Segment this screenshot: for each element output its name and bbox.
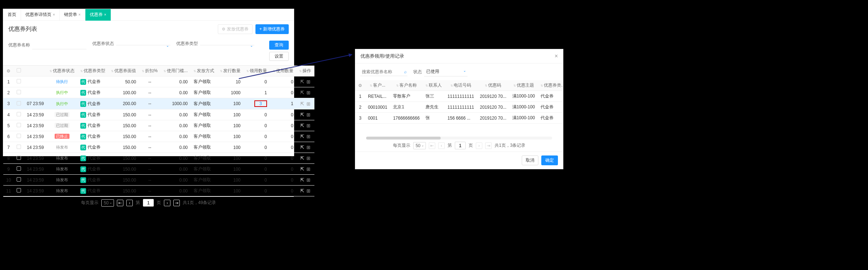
column-header[interactable]: ⇅客户... [365,80,390,91]
table-row[interactable]: 8 14 23:59 待发布 代代金券 150.00 -- 0.00 客户领取 … [3,153,314,164]
qrcode-icon[interactable]: ⊞ [306,188,310,194]
cancel-button[interactable]: 取消 [522,155,538,165]
search-icon[interactable]: ⌕ [404,69,407,74]
tab-item[interactable]: 优惠券× [85,9,111,21]
qrcode-icon[interactable]: ⊞ [306,177,310,183]
qrcode-icon[interactable]: ⊞ [306,155,310,161]
share-icon[interactable]: ⇱ [300,101,304,107]
tab-item[interactable]: 首页 [3,9,21,21]
first-page-button[interactable]: ⇤ [429,142,435,149]
sort-icon[interactable]: ⇅ [299,70,302,73]
share-icon[interactable]: ⇱ [300,90,304,95]
row-checkbox[interactable] [17,145,21,149]
dialog-search-input[interactable] [360,68,407,76]
row-checkbox[interactable] [17,166,21,171]
column-header[interactable]: ⇅操作 [296,66,314,76]
filter-name-input[interactable] [32,41,86,49]
close-icon[interactable]: × [104,13,106,17]
row-checkbox[interactable] [17,90,21,94]
row-checkbox[interactable] [17,101,21,105]
row-checkbox[interactable] [17,155,21,160]
qrcode-icon[interactable]: ⊞ [306,134,310,139]
filter-status-select[interactable]: ⌄ [116,42,170,45]
sort-icon[interactable]: ⇅ [396,84,399,87]
sort-icon[interactable]: ⇅ [50,70,52,73]
column-header[interactable] [14,66,24,76]
gear-icon[interactable]: ⚙ [7,68,10,74]
page-input[interactable] [455,142,466,149]
table-row[interactable]: 2 执行中 代代金券 100.00 -- 0.00 客户领取 1000 1 0 … [3,87,314,98]
row-checkbox[interactable] [17,188,21,192]
row-checkbox[interactable] [17,177,21,182]
search-button[interactable]: 查询 [269,41,289,50]
tab-item[interactable]: 优惠券详情页× [21,9,60,21]
qrcode-icon[interactable]: ⊞ [306,166,310,172]
share-icon[interactable]: ⇱ [300,79,304,84]
sort-icon[interactable]: ⇅ [450,84,453,87]
table-row[interactable]: 6 14 23:59 已终止 代代金券 150.00 -- 0.00 客户领取 … [3,131,314,142]
next-page-button[interactable]: › [476,142,482,149]
table-row[interactable]: 5 14 23:59 已过期 代代金券 150.00 -- 0.00 客户领取 … [3,120,314,131]
sort-icon[interactable]: ⇅ [164,70,166,73]
prev-page-button[interactable]: ‹ [126,200,133,206]
close-icon[interactable]: × [79,13,81,17]
table-row[interactable]: 10 14 23:59 待发布 代代金券 150.00 -- 0.00 客户领取… [3,175,314,186]
qrcode-icon[interactable]: ⊞ [306,79,310,84]
sort-icon[interactable]: ⇅ [111,70,114,73]
add-coupon-button[interactable]: + 新增优惠券 [255,24,289,34]
close-icon[interactable]: × [555,53,558,59]
qrcode-icon[interactable]: ⊞ [306,101,310,107]
sort-icon[interactable]: ⇅ [80,70,83,73]
sort-icon[interactable]: ⇅ [142,70,144,73]
column-header[interactable]: ⇅联系人 [423,80,445,91]
tab-item[interactable]: 销货单× [60,9,85,21]
qrcode-icon[interactable]: ⊞ [306,123,310,128]
horizontal-scrollbar[interactable] [366,137,552,140]
first-page-button[interactable]: ⇤ [117,200,123,206]
per-page-select[interactable]: 50⌄ [101,199,114,207]
column-header[interactable] [24,66,47,76]
table-row[interactable]: 3 0001 17666666666 张 156 6666 ... 201912… [355,113,563,124]
column-header[interactable]: ⇅优惠码 [477,80,509,91]
received-count-link[interactable]: 3 [254,100,267,107]
column-header[interactable]: ⇅电话号码 [445,80,477,91]
row-checkbox[interactable] [17,112,21,116]
issue-coupon-button[interactable]: ⚙ 发放优惠券 [218,24,252,34]
table-row[interactable]: 9 14 23:59 待发布 代代金券 150.00 -- 0.00 客户领取 … [3,164,314,175]
page-input[interactable] [143,199,154,207]
column-header[interactable]: ⇅优惠券类型 [77,66,108,76]
prev-page-button[interactable]: ‹ [438,142,445,149]
column-header[interactable]: ⇅折扣% [139,66,161,76]
sort-icon[interactable]: ⇅ [541,84,543,87]
last-page-button[interactable]: ⇥ [485,142,492,149]
close-icon[interactable]: × [53,13,55,17]
table-row[interactable]: 2 00010001 北京1 唐先生 11111111111 2019120 7… [355,102,563,113]
confirm-button[interactable]: 确定 [541,155,558,165]
sort-icon[interactable]: ⇅ [485,84,487,87]
sort-icon[interactable]: ⇅ [246,70,249,73]
sort-icon[interactable]: ⇅ [513,84,516,87]
table-row[interactable]: 4 14 23:59 已过期 代代金券 150.00 -- 0.00 客户领取 … [3,109,314,120]
next-page-button[interactable]: › [164,200,170,206]
column-header[interactable]: ⇅优惠券面值 [108,66,139,76]
column-header[interactable]: ⇅客户名称 [390,80,422,91]
sort-icon[interactable]: ⇅ [220,70,223,73]
column-header[interactable]: ⇅优惠券状态 [47,66,77,76]
column-header[interactable]: ⇅优惠券类... [538,80,563,91]
gear-icon[interactable]: ⚙ [358,83,362,88]
checkbox-all[interactable] [17,68,21,72]
table-row[interactable]: 11 14 23:59 待发布 代代金券 150.00 -- 0.00 客户领取… [3,186,314,196]
row-checkbox[interactable] [17,134,21,138]
qrcode-icon[interactable]: ⊞ [306,112,310,117]
dialog-state-select[interactable]: 已使用⌄ [424,67,467,76]
per-page-select[interactable]: 50⌄ [413,142,426,149]
qrcode-icon[interactable]: ⊞ [306,90,310,95]
column-header[interactable]: ⚙ [3,66,14,76]
table-row[interactable]: 1 待执行 代代金券 50.00 -- 0.00 客户领取 10 0 0 ⇱⊞ [3,76,314,87]
column-header[interactable]: ⇅发行数量 [217,66,244,76]
table-row[interactable]: 7 14 23:59 待发布 代代金券 150.00 -- 0.00 客户领取 … [3,142,314,153]
filter-type-select[interactable]: ⌄ [200,42,254,45]
column-header[interactable]: ⇅优惠主题 [509,80,538,91]
settings-button[interactable]: 设置 [269,52,289,61]
table-row[interactable]: 1 RETAIL... 零散客户 张三 11111111111 2019120 … [355,91,563,102]
